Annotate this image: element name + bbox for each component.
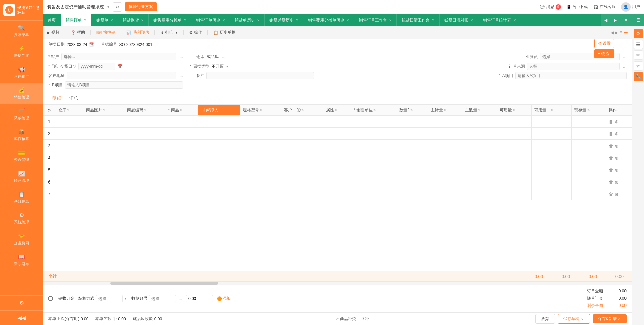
- row-spec[interactable]: [240, 116, 281, 128]
- sidebar-item-marketing[interactable]: 📢 营销推广: [0, 62, 43, 83]
- toolbar-hotkeys[interactable]: ⌨ 快捷键: [96, 30, 115, 35]
- tab-close-icon[interactable]: ✕: [110, 18, 113, 22]
- tab-close-icon[interactable]: ✕: [389, 18, 392, 22]
- row-spec[interactable]: [240, 176, 281, 188]
- row-attribute[interactable]: [323, 140, 351, 152]
- toolbar-actions[interactable]: ⚙ 操作: [189, 30, 202, 35]
- order-source-input[interactable]: [527, 63, 620, 70]
- row-available[interactable]: [497, 176, 532, 188]
- discard-button[interactable]: 放弃: [535, 314, 555, 324]
- sidebar-item-inventory[interactable]: 📦 库存核算: [0, 125, 43, 146]
- remark-input[interactable]: [206, 72, 314, 79]
- row-available2[interactable]: [531, 128, 571, 140]
- tab-close-icon[interactable]: ✕: [513, 18, 516, 22]
- row-stock[interactable]: [571, 128, 606, 140]
- right-panel-edit-button[interactable]: ✏: [634, 50, 643, 60]
- delete-row-button[interactable]: 🗑: [609, 119, 613, 124]
- tab-fee-history[interactable]: 销售费用分摊单历史 ✕: [303, 14, 354, 26]
- row-attribute[interactable]: [323, 152, 351, 164]
- address-input[interactable]: [67, 72, 176, 79]
- settings-button[interactable]: ⚙: [113, 2, 122, 12]
- toolbar-print[interactable]: 🖨 打印 ▼: [160, 30, 178, 35]
- row-customer-code[interactable]: [281, 176, 323, 188]
- sidebar-item-basic-info[interactable]: 📋 基础信息: [0, 187, 43, 208]
- col-settings[interactable]: ⚙: [43, 105, 55, 116]
- row-customer-code[interactable]: [281, 140, 323, 152]
- delete-row-button[interactable]: 🗑: [609, 167, 613, 173]
- row-main-unit[interactable]: [428, 188, 462, 200]
- tab-daily-workbench[interactable]: 钱货日清工作台 ✕: [397, 14, 440, 26]
- row-available2[interactable]: [531, 116, 571, 128]
- scan-button[interactable]: 扫码录入: [201, 107, 221, 113]
- row-code[interactable]: [124, 176, 165, 188]
- right-panel-settings-button[interactable]: ⚙: [634, 29, 643, 38]
- row-qty2[interactable]: [396, 176, 428, 188]
- row-customer-code[interactable]: [281, 128, 323, 140]
- row-unit[interactable]: [351, 188, 396, 200]
- sidebar-item-purchase[interactable]: 🛒 采购管理: [0, 104, 43, 125]
- row-attribute[interactable]: [323, 188, 351, 200]
- row-available[interactable]: [497, 140, 532, 152]
- row-available[interactable]: [497, 152, 532, 164]
- row-warehouse[interactable]: [55, 128, 83, 140]
- row-available[interactable]: [497, 116, 532, 128]
- sidebar-item-guide[interactable]: 📖 新手引导: [0, 250, 43, 271]
- nav-menu-button[interactable]: ☰: [632, 14, 644, 26]
- row-code[interactable]: [124, 152, 165, 164]
- toolbar-grid-btn[interactable]: ⊞: [619, 30, 623, 35]
- tab-sales-workbench[interactable]: 销售订单工作台 ✕: [354, 14, 397, 26]
- nav-prev-arrow[interactable]: ◀: [601, 14, 610, 26]
- row-spec[interactable]: [240, 128, 281, 140]
- copy-row-button[interactable]: ⊕: [615, 179, 619, 185]
- sidebar-item-sales[interactable]: 💰 销售管理: [0, 83, 43, 104]
- row-product[interactable]: [165, 140, 198, 152]
- row-unit[interactable]: [351, 116, 396, 128]
- toolbar-nav-next[interactable]: ▶: [615, 30, 618, 35]
- row-main-unit[interactable]: [428, 140, 462, 152]
- copy-row-button[interactable]: ⊕: [615, 131, 619, 136]
- row-main-qty[interactable]: [462, 116, 497, 128]
- tab-close-icon[interactable]: ✕: [432, 18, 434, 22]
- row-qty2[interactable]: [396, 188, 428, 200]
- row-spec[interactable]: [240, 140, 281, 152]
- horizontal-scrollbar[interactable]: [110, 282, 218, 285]
- row-customer-code[interactable]: [281, 116, 323, 128]
- tab-close-icon[interactable]: ✕: [257, 18, 260, 22]
- row-attribute[interactable]: [323, 116, 351, 128]
- solution-button[interactable]: 体验行业方案: [125, 2, 157, 11]
- delete-row-button[interactable]: 🗑: [609, 155, 613, 161]
- row-spec[interactable]: [240, 164, 281, 176]
- sidebar-item-finance[interactable]: 💳 资金管理: [0, 146, 43, 166]
- copy-row-button[interactable]: ⊕: [615, 119, 619, 124]
- right-panel-star-button[interactable]: ☆: [634, 61, 643, 71]
- row-stock[interactable]: [571, 116, 606, 128]
- row-spec[interactable]: [240, 188, 281, 200]
- tab-close-icon[interactable]: ✕: [222, 18, 225, 22]
- tab-summary[interactable]: 汇总: [65, 93, 82, 104]
- sidebar-settings[interactable]: ⚙: [0, 295, 43, 310]
- amount-input[interactable]: [186, 295, 213, 302]
- account-input[interactable]: [149, 295, 176, 302]
- row-code[interactable]: [124, 188, 165, 200]
- row-warehouse[interactable]: [55, 176, 83, 188]
- tab-sales-order-history[interactable]: 销售订单历史 ✕: [191, 14, 230, 26]
- row-warehouse[interactable]: [55, 140, 83, 152]
- payment-method-input[interactable]: [96, 295, 123, 302]
- row-product[interactable]: [165, 164, 198, 176]
- row-available2[interactable]: [531, 164, 571, 176]
- sidebar-item-operations[interactable]: 📈 经营管理: [0, 166, 43, 187]
- invoice-type-arrow[interactable]: ▼: [226, 65, 229, 68]
- row-main-qty[interactable]: [462, 188, 497, 200]
- right-panel-list-button[interactable]: ☰: [634, 40, 643, 49]
- tab-close-icon[interactable]: ✕: [184, 18, 186, 22]
- one-click-checkbox-input[interactable]: [48, 296, 53, 301]
- customer-input[interactable]: [61, 53, 176, 60]
- tab-detail[interactable]: 明细: [48, 93, 65, 104]
- tab-stats[interactable]: 销售订单统计表 ✕: [478, 14, 521, 26]
- b-project-input[interactable]: [65, 81, 183, 89]
- tab-close-icon[interactable]: ✕: [84, 18, 86, 22]
- row-qty2[interactable]: [396, 164, 428, 176]
- delivery-calendar-icon[interactable]: 📅: [117, 64, 122, 69]
- sidebar-collapse[interactable]: ◀◀: [0, 310, 43, 325]
- row-available2[interactable]: [531, 140, 571, 152]
